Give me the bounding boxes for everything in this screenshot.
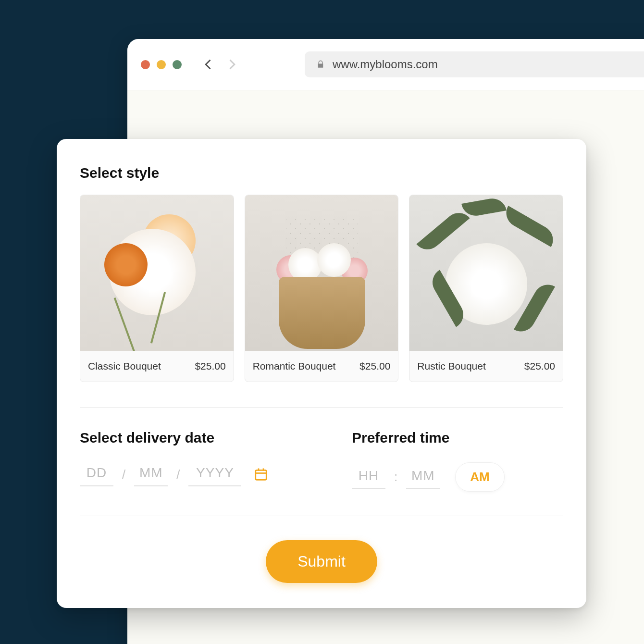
close-window-button[interactable] bbox=[141, 60, 150, 69]
product-meta: Classic Bouquet $25.00 bbox=[80, 351, 234, 382]
ampm-toggle[interactable]: AM bbox=[455, 462, 504, 492]
date-separator: / bbox=[176, 467, 180, 482]
fields-row: Select delivery date / / Preferred bbox=[80, 430, 563, 492]
product-price: $25.00 bbox=[359, 360, 390, 372]
divider bbox=[80, 407, 563, 408]
product-name: Classic Bouquet bbox=[88, 360, 161, 372]
delivery-date-label: Select delivery date bbox=[80, 430, 323, 446]
back-icon[interactable] bbox=[202, 58, 215, 71]
preferred-time-label: Preferred time bbox=[352, 430, 563, 446]
window-controls bbox=[141, 60, 182, 69]
lock-icon bbox=[316, 60, 325, 69]
product-name: Rustic Bouquet bbox=[417, 360, 485, 372]
date-separator: / bbox=[122, 467, 125, 482]
product-image bbox=[245, 195, 398, 351]
minimize-window-button[interactable] bbox=[157, 60, 166, 69]
product-meta: Romantic Bouquet $25.00 bbox=[245, 351, 398, 382]
product-price: $25.00 bbox=[195, 360, 225, 372]
nav-arrows bbox=[202, 58, 238, 71]
product-name: Romantic Bouquet bbox=[253, 360, 336, 372]
address-url: www.myblooms.com bbox=[333, 58, 438, 71]
submit-button[interactable]: Submit bbox=[266, 540, 377, 583]
time-inputs: : AM bbox=[352, 462, 563, 492]
product-price: $25.00 bbox=[524, 360, 555, 372]
svg-rect-0 bbox=[256, 470, 267, 480]
product-card-rustic[interactable]: Rustic Bouquet $25.00 bbox=[409, 195, 563, 382]
time-minute-input[interactable] bbox=[406, 465, 440, 489]
date-day-input[interactable] bbox=[80, 462, 113, 486]
browser-toolbar: www.myblooms.com bbox=[127, 39, 644, 90]
time-separator: : bbox=[394, 470, 397, 484]
preferred-time-group: Preferred time : AM bbox=[352, 430, 563, 492]
date-year-input[interactable] bbox=[188, 462, 241, 486]
product-meta: Rustic Bouquet $25.00 bbox=[409, 351, 563, 382]
calendar-button[interactable] bbox=[254, 467, 268, 482]
product-list: Classic Bouquet $25.00 Romantic Bouquet … bbox=[80, 195, 563, 382]
product-card-classic[interactable]: Classic Bouquet $25.00 bbox=[80, 195, 234, 382]
maximize-window-button[interactable] bbox=[173, 60, 182, 69]
order-form-card: Select style Classic Bouquet $25.00 bbox=[57, 139, 586, 608]
submit-row: Submit bbox=[80, 540, 563, 583]
date-month-input[interactable] bbox=[134, 462, 168, 486]
delivery-date-group: Select delivery date / / bbox=[80, 430, 323, 492]
address-bar[interactable]: www.myblooms.com bbox=[305, 51, 644, 77]
divider bbox=[80, 516, 563, 516]
product-card-romantic[interactable]: Romantic Bouquet $25.00 bbox=[245, 195, 399, 382]
forward-icon[interactable] bbox=[225, 58, 238, 71]
product-image bbox=[409, 195, 563, 351]
product-image bbox=[80, 195, 234, 351]
time-hour-input[interactable] bbox=[352, 465, 385, 489]
calendar-icon bbox=[254, 467, 268, 482]
date-inputs: / / bbox=[80, 462, 323, 486]
style-section-title: Select style bbox=[80, 165, 563, 181]
